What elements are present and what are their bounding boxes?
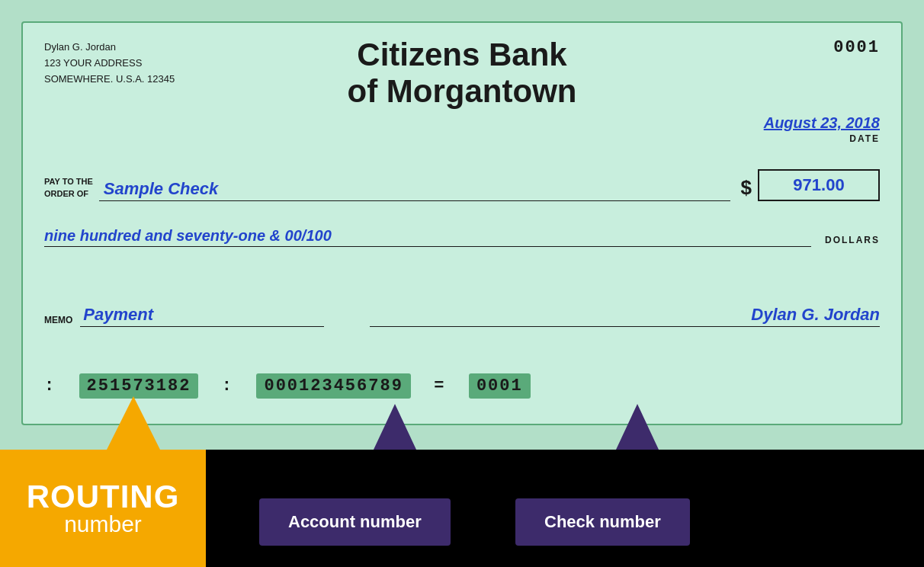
check-number-label: Check number [515,498,690,546]
payee-name: Sample Check [99,179,730,201]
micr-space3 [411,376,434,396]
amount-box: 971.00 [758,169,880,201]
signature: Dylan G. Jordan [370,305,880,327]
micr-space-mid [198,376,221,396]
account-number-label: Account number [259,498,451,546]
account-arrow [374,404,416,450]
micr-account-suffix: = [434,376,445,396]
dollar-sign: $ [741,176,752,201]
micr-account-number: 000123456789 [256,373,410,399]
routing-sub: number [64,513,142,536]
routing-arrow [107,396,160,450]
address-line2: SOMEWHERE. U.S.A. 12345 [44,72,175,88]
bank-name-line1: Citizens Bank [348,37,577,73]
check-arrow [616,404,659,450]
routing-box: ROUTING number [0,450,206,567]
dollars-label: DOLLARS [825,235,880,247]
memo-value: Payment [80,305,324,327]
pay-to-label: PAY TO THE ORDER OF [44,176,93,201]
memo-row: MEMO Payment Dylan G. Jordan [44,305,880,327]
address-line1: 123 YOUR ADDRESS [44,56,175,72]
bank-name: Citizens Bank of Morgantown [348,37,577,111]
date-value: August 23, 2018 [764,114,880,132]
micr-space-left [56,376,79,396]
routing-title: ROUTING [27,481,180,513]
date-label: DATE [764,133,880,144]
check-number-top: 0001 [833,38,880,57]
written-amount: nine hundred and seventy-one & 00/100 [44,227,811,247]
micr-check-number: 0001 [469,373,531,399]
check: 0001 Dylan G. Jordan 123 YOUR ADDRESS SO… [21,21,903,425]
micr-routing-prefix: : [44,376,56,396]
address-block: Dylan G. Jordan 123 YOUR ADDRESS SOMEWHE… [44,40,175,87]
micr-space2 [233,376,256,396]
date-area: August 23, 2018 DATE [764,114,880,144]
micr-row: : 251573182 : 000123456789 = 0001 [44,373,880,399]
written-amount-row: nine hundred and seventy-one & 00/100 DO… [44,227,880,247]
micr-routing-suffix: : [222,376,233,396]
memo-label: MEMO [44,315,72,327]
account-holder-name: Dylan G. Jordan [44,40,175,56]
micr-space4 [446,376,469,396]
bank-name-line2: of Morgantown [348,73,577,110]
micr-routing-number: 251573182 [79,373,199,399]
pay-row: PAY TO THE ORDER OF Sample Check $ 971.0… [44,169,880,201]
